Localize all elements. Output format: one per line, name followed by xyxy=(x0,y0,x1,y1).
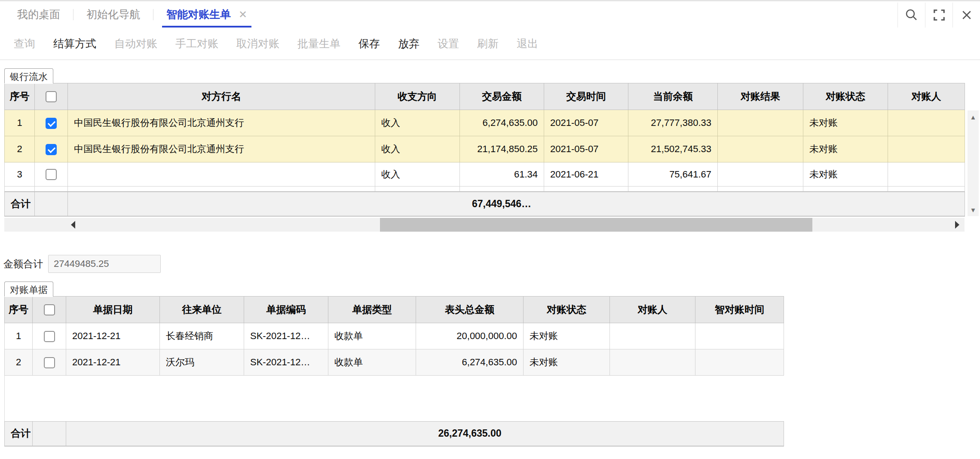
col-code: 单据编码 xyxy=(244,297,328,323)
cell-direction: 收入 xyxy=(375,110,460,136)
search-icon xyxy=(905,8,919,24)
cell-balance: 21,502,745.33 xyxy=(628,136,718,162)
bank-row-1[interactable]: 1 中国民生银行股份有限公司北京通州支行 收入 6,274,635.00 202… xyxy=(5,110,965,136)
col-status: 对账状态 xyxy=(803,83,888,110)
tab-init-nav[interactable]: 初始化导航 xyxy=(84,1,143,28)
row-checkbox[interactable] xyxy=(44,357,55,368)
row-checkbox[interactable] xyxy=(46,118,57,129)
documents-section-tab[interactable]: 对账单据 xyxy=(4,282,53,297)
cell-amount: 6,274,635.00 xyxy=(460,110,544,136)
settlement-method-button[interactable]: 结算方式 xyxy=(53,37,96,51)
horizontal-scrollbar[interactable] xyxy=(4,218,965,232)
scroll-left-icon[interactable] xyxy=(71,221,75,229)
cell-code: SK-2021-12… xyxy=(244,323,328,349)
refresh-button[interactable]: 刷新 xyxy=(477,37,499,51)
cell-bank-name: 中国民生银行股份有限公司北京通州支行 xyxy=(68,136,375,162)
cell-person xyxy=(610,349,695,376)
cell-partner: 沃尔玛 xyxy=(160,349,244,376)
cell-date: 2021-12-21 xyxy=(66,323,160,349)
tab-divider xyxy=(153,9,153,20)
col-person: 对账人 xyxy=(610,297,695,323)
col-date: 单据日期 xyxy=(66,297,160,323)
cell-status: 未对账 xyxy=(803,162,888,187)
cell-person xyxy=(888,136,965,162)
col-time: 智对账时间 xyxy=(695,297,784,323)
manual-reconcile-button[interactable]: 手工对账 xyxy=(175,37,218,51)
cell-time: 2021-06-21 xyxy=(544,162,628,187)
auto-reconcile-button[interactable]: 自动对账 xyxy=(114,37,157,51)
scrollbar-thumb[interactable] xyxy=(380,218,812,232)
query-button[interactable]: 查询 xyxy=(14,37,35,51)
bank-row-3[interactable]: 3 收入 61.34 2021-06-21 75,641.67 未对账 xyxy=(5,162,965,187)
col-balance: 当前余额 xyxy=(628,83,718,110)
tab-close-icon[interactable]: ✕ xyxy=(239,9,247,21)
exit-button[interactable]: 退出 xyxy=(517,37,538,51)
col-status: 对账状态 xyxy=(524,297,610,323)
close-button[interactable] xyxy=(952,3,980,29)
cell-seq: 1 xyxy=(5,110,35,136)
col-select-all xyxy=(33,297,66,323)
col-select-all xyxy=(35,83,68,110)
cell-status: 未对账 xyxy=(803,110,888,136)
bank-row-2[interactable]: 2 中国民生银行股份有限公司北京通州支行 收入 21,174,850.25 20… xyxy=(5,136,965,162)
select-all-checkbox[interactable] xyxy=(44,304,55,315)
settings-button[interactable]: 设置 xyxy=(438,37,459,51)
doc-row-1[interactable]: 1 2021-12-21 长春经销商 SK-2021-12… 收款单 20,00… xyxy=(5,323,784,349)
window-buttons xyxy=(897,3,980,29)
col-bank-name: 对方行名 xyxy=(68,83,375,110)
cell-time xyxy=(695,349,784,376)
cell-result xyxy=(718,136,803,162)
documents-total-table: 合计 26,274,635.00 xyxy=(4,421,784,447)
amount-total-row: 金额合计 xyxy=(3,254,161,273)
doc-total-amount: 26,274,635.00 xyxy=(416,422,524,446)
row-checkbox[interactable] xyxy=(46,144,57,155)
cell-person xyxy=(888,110,965,136)
bank-total-amount: 67,449,546… xyxy=(459,192,544,216)
cell-seq: 2 xyxy=(5,136,35,162)
cell-amount: 21,174,850.25 xyxy=(460,136,544,162)
cell-seq: 3 xyxy=(5,162,35,187)
col-result: 对账结果 xyxy=(718,83,803,110)
save-button[interactable]: 保存 xyxy=(358,37,380,51)
cell-person xyxy=(610,323,695,349)
bank-header-row: 序号 对方行名 收支方向 交易金额 交易时间 当前余额 对账结果 对账状态 对账… xyxy=(5,83,965,110)
scroll-right-icon[interactable] xyxy=(955,221,959,229)
col-amount: 交易金额 xyxy=(460,83,544,110)
amount-total-input[interactable] xyxy=(48,255,161,273)
cell-date: 2021-12-21 xyxy=(66,349,160,376)
total-label: 合计 xyxy=(5,192,35,216)
bank-filler-row xyxy=(5,187,965,192)
col-time: 交易时间 xyxy=(544,83,628,110)
tab-label: 初始化导航 xyxy=(86,7,140,21)
cell-type: 收款单 xyxy=(328,349,416,376)
cancel-reconcile-button[interactable]: 取消对账 xyxy=(236,37,279,51)
col-amount: 表头总金额 xyxy=(416,297,524,323)
row-checkbox[interactable] xyxy=(46,169,57,180)
vertical-scrollbar[interactable]: ▲ ▼ xyxy=(968,110,979,216)
batch-generate-button[interactable]: 批量生单 xyxy=(297,37,340,51)
cell-amount: 6,274,635.00 xyxy=(416,349,524,376)
doc-row-2[interactable]: 2 2021-12-21 沃尔玛 SK-2021-12… 收款单 6,274,6… xyxy=(5,349,784,376)
window-tab-bar: 我的桌面 初始化导航 智能对账生单 ✕ xyxy=(0,0,980,28)
doc-header-row: 序号 单据日期 往来单位 单据编码 单据类型 表头总金额 对账状态 对账人 智对… xyxy=(5,297,784,323)
documents-empty-area xyxy=(4,376,784,421)
bank-flow-section-tab[interactable]: 银行流水 xyxy=(4,68,53,84)
cell-amount: 20,000,000.00 xyxy=(416,323,524,349)
tab-smart-reconciliation[interactable]: 智能对账生单 ✕ xyxy=(164,1,250,28)
fullscreen-button[interactable] xyxy=(925,3,952,29)
bank-total-row: 合计 67,449,546… xyxy=(5,192,965,216)
cell-partner: 长春经销商 xyxy=(160,323,244,349)
fullscreen-icon xyxy=(933,9,946,23)
cell-time xyxy=(695,323,784,349)
scroll-down-icon[interactable]: ▼ xyxy=(968,203,979,216)
search-button[interactable] xyxy=(897,3,925,29)
documents-table: 序号 单据日期 往来单位 单据编码 单据类型 表头总金额 对账状态 对账人 智对… xyxy=(4,296,784,376)
scroll-up-icon[interactable]: ▲ xyxy=(968,110,979,123)
cell-balance: 75,641.67 xyxy=(628,162,718,187)
cell-result xyxy=(718,162,803,187)
tab-my-desktop[interactable]: 我的桌面 xyxy=(15,1,63,28)
row-checkbox[interactable] xyxy=(44,331,55,342)
cell-code: SK-2021-12… xyxy=(244,349,328,376)
discard-button[interactable]: 放弃 xyxy=(398,37,420,51)
select-all-checkbox[interactable] xyxy=(46,91,57,102)
